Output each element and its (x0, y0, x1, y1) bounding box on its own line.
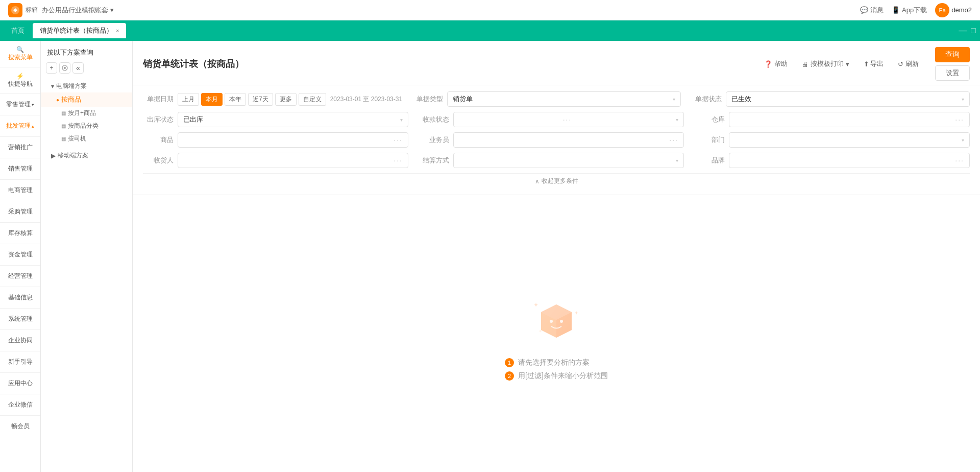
sidebar-item-ecommerce[interactable]: 电商管理 (0, 180, 40, 201)
docstatus-select[interactable]: 已生效 ▾ (726, 91, 970, 107)
sidebar-item-basic[interactable]: 基础信息 (0, 287, 40, 309)
paystatus-dots-icon: ··· (563, 115, 572, 124)
settle-select[interactable]: ▾ (453, 153, 684, 168)
tab-close-button[interactable]: × (116, 28, 119, 34)
filter-goods: 商品 ··· (143, 132, 419, 148)
date-custom-button[interactable]: 自定义 (299, 93, 326, 106)
workspace-selector[interactable]: 办公用品行业模拟账套 ▾ (42, 6, 114, 15)
sidebar-item-sales[interactable]: 销售管理 (0, 158, 40, 180)
settle-arrow-icon: ▾ (676, 158, 678, 163)
tab-minimize-button[interactable]: — (959, 26, 967, 35)
salesman-select[interactable]: ··· (453, 132, 684, 148)
empty-state: ✦ ✦ ✦ 1 请先选择要分析的方案 2 用[过滤]条件来缩小分析范围 (133, 195, 980, 472)
scheme-group-desktop-title[interactable]: ▾ 电脑端方案 (41, 80, 132, 92)
print-label: 按模板打印 (811, 59, 844, 68)
filter-row-4: 收货人 ··· 结算方式 ▾ 品牌 (143, 153, 970, 168)
sidebar-quicknav[interactable]: ⚡ 快捷导航 (0, 67, 40, 94)
filter-settle: 结算方式 ▾ (419, 153, 694, 168)
dept-select[interactable]: ▾ (729, 132, 970, 148)
sidebar-item-retail[interactable]: 零售管理 ▾ (0, 94, 40, 115)
filter-row-1: 单据日期 上月 本月 本年 近7天 更多 自定义 2023-03-01 至 20… (143, 91, 970, 107)
sidebar-item-member-label: 畅会员 (11, 422, 30, 430)
scheme-group-mobile-title[interactable]: ▶ 移动端方案 (41, 149, 132, 162)
scheme-group-mobile: ▶ 移动端方案 (41, 147, 132, 164)
date-year-button[interactable]: 本年 (225, 93, 246, 106)
query-button[interactable]: 查询 (935, 47, 970, 62)
doctype-select[interactable]: 销货单 ▾ (447, 91, 681, 107)
tab-active-label: 销货单统计表（按商品） (40, 26, 113, 35)
scheme-item-category[interactable]: ▦ 按商品分类 (41, 120, 132, 132)
sidebar-item-inventory[interactable]: 库存核算 (0, 223, 40, 244)
date-range-text: 2023-03-01 至 2023-03-31 (330, 95, 402, 104)
sidebar-item-finance[interactable]: 资金管理 (0, 244, 40, 266)
tab-home[interactable]: 首页 (4, 23, 32, 38)
content-area: 按以下方案查询 + « ▾ 电脑端方案 ● 按商品 ▦ (41, 41, 980, 472)
app-icon: 📱 (892, 6, 900, 14)
brand-select[interactable]: ··· (729, 153, 970, 168)
scheme-add-button[interactable]: + (46, 62, 57, 74)
outstatus-select[interactable]: 已出库 ▾ (178, 112, 408, 127)
date-prev-month-button[interactable]: 上月 (178, 93, 199, 106)
logo-text: 标箱 (26, 6, 38, 14)
scheme-item-driver[interactable]: ▦ 按司机 (41, 132, 132, 145)
sidebar-item-apps[interactable]: 应用中心 (0, 373, 40, 394)
help-label: 帮助 (774, 59, 788, 68)
filter-docstatus: 单据状态 已生效 ▾ (691, 91, 970, 107)
top-bar-left: 标箱 办公用品行业模拟账套 ▾ (8, 3, 114, 17)
paystatus-label: 收款状态 (419, 115, 449, 124)
scheme-group-arrow-icon: ▾ (51, 83, 54, 90)
sidebar-item-guide[interactable]: 新手引导 (0, 351, 40, 373)
sidebar-item-purchase[interactable]: 采购管理 (0, 201, 40, 223)
sidebar-search[interactable]: 🔍 搜索菜单 (0, 41, 40, 67)
outstatus-label: 出库状态 (143, 115, 174, 124)
app-download-button[interactable]: 📱 App下载 (892, 6, 927, 15)
doctype-value: 销货单 (453, 95, 473, 104)
sidebar-item-purchase-label: 采购管理 (8, 208, 33, 215)
hint-1-text: 请先选择要分析的方案 (518, 358, 590, 367)
sidebar-item-wholesale[interactable]: 批发管理 ▴ (0, 115, 40, 137)
goods-select[interactable]: ··· (178, 132, 408, 148)
date-more-button[interactable]: 更多 (275, 93, 297, 106)
outstatus-arrow-icon: ▾ (400, 117, 403, 123)
tab-active[interactable]: 销货单统计表（按商品） × (33, 23, 126, 38)
settings-button[interactable]: 设置 (935, 65, 970, 81)
paystatus-select[interactable]: ··· ▾ (453, 112, 684, 127)
user-area[interactable]: Ea demo2 (935, 3, 972, 17)
scheme-edit-button[interactable] (59, 62, 70, 74)
print-button[interactable]: 🖨 按模板打印 ▾ (798, 57, 853, 70)
scheme-item-month-goods[interactable]: ▦ 按月+商品 (41, 107, 132, 120)
scheme-item-by-goods-label: 按商品 (61, 95, 81, 104)
refresh-button[interactable]: ↺ 刷新 (894, 57, 923, 70)
sidebar-item-wechat[interactable]: 企业微信 (0, 394, 40, 416)
sidebar-item-marketing[interactable]: 营销推广 (0, 137, 40, 158)
filter-area: 单据日期 上月 本月 本年 近7天 更多 自定义 2023-03-01 至 20… (133, 85, 980, 195)
collapse-filters-button[interactable]: ∧ 收起更多条件 (143, 173, 970, 188)
scheme-item-by-goods[interactable]: ● 按商品 (41, 92, 132, 107)
export-label: 导出 (870, 59, 884, 68)
sidebar-item-apps-label: 应用中心 (8, 380, 33, 387)
doctype-label: 单据类型 (412, 95, 443, 104)
export-icon: ⬆ (864, 60, 869, 68)
message-button[interactable]: 💬 消息 (860, 6, 884, 15)
svg-point-2 (64, 67, 66, 69)
date-7days-button[interactable]: 近7天 (248, 93, 273, 106)
receiver-select[interactable]: ··· (178, 153, 408, 168)
empty-hint-1: 1 请先选择要分析的方案 (505, 358, 608, 367)
dept-label: 部门 (694, 135, 725, 145)
search-label: 搜索菜单 (4, 53, 36, 62)
export-button[interactable]: ⬆ 导出 (860, 57, 888, 70)
empty-hints: 1 请先选择要分析的方案 2 用[过滤]条件来缩小分析范围 (505, 358, 608, 381)
date-cur-month-button[interactable]: 本月 (201, 93, 223, 106)
svg-text:✦: ✦ (533, 301, 538, 309)
warehouse-select[interactable]: ··· (729, 112, 970, 127)
sidebar-item-member[interactable]: 畅会员 (0, 416, 40, 437)
sidebar-item-system[interactable]: 系统管理 (0, 309, 40, 330)
scheme-collapse-button[interactable]: « (72, 62, 84, 74)
sidebar-item-operations[interactable]: 经营管理 (0, 266, 40, 287)
main-layout: 🔍 搜索菜单 ⚡ 快捷导航 零售管理 ▾ 批发管理 ▴ 营销推广 销售管理 电商… (0, 41, 980, 472)
warehouse-label: 仓库 (694, 115, 725, 124)
help-button[interactable]: ❓ 帮助 (760, 57, 792, 70)
sidebar-item-enterprise[interactable]: 企业协同 (0, 330, 40, 351)
tab-maximize-button[interactable]: □ (971, 26, 976, 35)
receiver-dots-icon: ··· (394, 156, 403, 164)
